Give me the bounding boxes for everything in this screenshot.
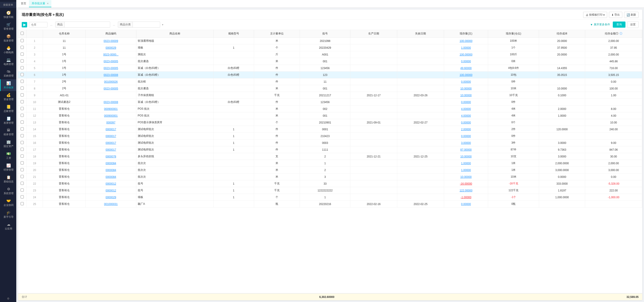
- row-checkbox[interactable]: [20, 93, 24, 96]
- row-qty-main[interactable]: 0.00000: [444, 78, 488, 85]
- row-goods-code[interactable]: 000097: [86, 119, 136, 126]
- row-checkbox[interactable]: [20, 39, 24, 42]
- row-qty-main[interactable]: 10.00000: [444, 153, 488, 160]
- row-checkbox-cell[interactable]: [18, 139, 26, 146]
- row-checkbox-cell[interactable]: [18, 99, 26, 106]
- row-goods-code[interactable]: 0000029: [86, 44, 136, 51]
- row-qty-main[interactable]: 3.00000: [444, 139, 488, 146]
- row-checkbox[interactable]: [20, 53, 24, 56]
- sidebar-item-payroll[interactable]: 💵 工资: [0, 150, 16, 162]
- row-goods-code[interactable]: 0000084: [86, 167, 136, 174]
- row-goods-code[interactable]: 0000012: [86, 180, 136, 187]
- row-goods-code[interactable]: 0023-00005: [86, 58, 136, 65]
- sidebar-item-tax[interactable]: 🏛 税务管理: [0, 126, 16, 138]
- row-checkbox[interactable]: [20, 175, 24, 178]
- print-btn[interactable]: 🖨 按模板打印 ▾: [583, 12, 607, 18]
- row-goods-code[interactable]: 0023-00008: [86, 72, 136, 78]
- row-goods-code[interactable]: 0023-00005: [86, 85, 136, 92]
- row-goods-code[interactable]: [86, 92, 136, 99]
- goods-input[interactable]: [65, 22, 110, 27]
- row-qty-main[interactable]: 100.00000: [444, 51, 488, 58]
- row-checkbox[interactable]: [20, 59, 24, 63]
- row-checkbox[interactable]: [20, 80, 24, 83]
- row-goods-code[interactable]: 001000031: [86, 201, 136, 208]
- row-checkbox-cell[interactable]: [18, 44, 26, 51]
- row-goods-code[interactable]: 0023-00005: [86, 65, 136, 72]
- sidebar-item-general[interactable]: 📒 总账管理: [0, 103, 16, 115]
- row-goods-code[interactable]: 000900001: [86, 106, 136, 112]
- sidebar-item-finance[interactable]: 💰 资金管理: [0, 91, 16, 103]
- row-checkbox[interactable]: [20, 168, 24, 171]
- row-qty-main[interactable]: 87.00000: [444, 146, 488, 153]
- row-checkbox-cell[interactable]: [18, 51, 26, 58]
- row-checkbox-cell[interactable]: [18, 133, 26, 139]
- tab-home[interactable]: 首页: [18, 0, 29, 7]
- expand-conditions-btn[interactable]: ▼ 展开更多条件: [589, 22, 611, 27]
- row-checkbox[interactable]: [20, 182, 24, 185]
- row-goods-code[interactable]: 0000012: [86, 187, 136, 194]
- export-btn[interactable]: ⬇ 导出: [609, 12, 622, 18]
- row-qty-main[interactable]: 1.00000: [444, 167, 488, 174]
- row-goods-code[interactable]: 0000017: [86, 139, 136, 146]
- row-qty-main[interactable]: 0.00000: [444, 201, 488, 208]
- filter-expand-btn[interactable]: ▶: [22, 22, 27, 27]
- select-all-checkbox[interactable]: [20, 32, 24, 35]
- row-qty-main[interactable]: 1.00000: [444, 44, 488, 51]
- row-qty-main[interactable]: 100.00000: [444, 72, 488, 78]
- sidebar-item-newbie[interactable]: 🎓 新手引导: [0, 209, 16, 220]
- row-checkbox-cell[interactable]: [18, 201, 26, 208]
- row-checkbox-cell[interactable]: [18, 174, 26, 180]
- row-checkbox[interactable]: [20, 202, 24, 205]
- row-qty-main[interactable]: 0.00000: [444, 119, 488, 126]
- row-checkbox-cell[interactable]: [18, 78, 26, 85]
- row-qty-main[interactable]: 49.60000: [444, 65, 488, 72]
- row-checkbox-cell[interactable]: [18, 180, 26, 187]
- row-checkbox[interactable]: [20, 148, 24, 151]
- row-checkbox[interactable]: [20, 189, 24, 192]
- total-cost-info-icon[interactable]: ⓘ: [620, 32, 622, 35]
- row-qty-main[interactable]: 10.00000: [444, 92, 488, 99]
- sidebar-settings[interactable]: ⚙: [0, 295, 16, 302]
- sidebar-item-inventory[interactable]: 📊 库存核算: [0, 79, 16, 91]
- row-checkbox-cell[interactable]: [18, 153, 26, 160]
- category-dropdown[interactable]: ▾: [162, 23, 163, 26]
- row-qty-main[interactable]: 1.00000: [444, 160, 488, 167]
- sidebar-item-fixed[interactable]: 🏢 固定资产: [0, 138, 16, 150]
- sidebar-item-system[interactable]: ⚙ 系统管理: [0, 185, 16, 197]
- query-btn[interactable]: 查询: [613, 22, 626, 28]
- row-checkbox-cell[interactable]: [18, 194, 26, 201]
- row-qty-main[interactable]: 4.00000: [444, 112, 488, 119]
- row-goods-code[interactable]: 0023-00008: [86, 99, 136, 106]
- row-checkbox[interactable]: [20, 114, 24, 117]
- row-checkbox-cell[interactable]: [18, 65, 26, 72]
- row-qty-main[interactable]: 10.00000: [444, 85, 488, 92]
- category-input[interactable]: [133, 22, 160, 27]
- row-checkbox[interactable]: [20, 66, 24, 69]
- row-qty-main[interactable]: 0.00000: [444, 133, 488, 139]
- row-goods-code[interactable]: 0000084: [86, 160, 136, 167]
- row-goods-code[interactable]: 0000017: [86, 133, 136, 139]
- row-checkbox[interactable]: [20, 107, 24, 110]
- row-checkbox[interactable]: [20, 46, 24, 49]
- refresh-btn[interactable]: 🔄 刷新: [624, 12, 638, 18]
- row-checkbox[interactable]: [20, 155, 24, 158]
- tab-batch[interactable]: 库存批次量 ✕: [29, 0, 51, 7]
- row-checkbox-cell[interactable]: [18, 167, 26, 174]
- row-checkbox-cell[interactable]: [18, 112, 26, 119]
- sidebar-search[interactable]: 搜索菜单: [0, 2, 16, 8]
- row-checkbox-cell[interactable]: [18, 92, 26, 99]
- row-checkbox-cell[interactable]: [18, 160, 26, 167]
- sidebar-item-mini[interactable]: 🐣 小鹅电商: [0, 44, 16, 56]
- row-goods-code[interactable]: 0000029: [86, 194, 136, 201]
- row-goods-code[interactable]: 0000078: [86, 153, 136, 160]
- row-checkbox[interactable]: [20, 195, 24, 199]
- row-checkbox[interactable]: [20, 141, 24, 144]
- row-checkbox[interactable]: [20, 87, 24, 90]
- row-goods-code[interactable]: 0023-00009: [86, 38, 136, 44]
- row-checkbox[interactable]: [20, 134, 24, 137]
- row-checkbox-cell[interactable]: [18, 119, 26, 126]
- row-qty-main[interactable]: 0.00000: [444, 58, 488, 65]
- row-goods-code[interactable]: 0023-0000...: [86, 51, 136, 58]
- row-checkbox-cell[interactable]: [18, 187, 26, 194]
- row-checkbox[interactable]: [20, 120, 24, 124]
